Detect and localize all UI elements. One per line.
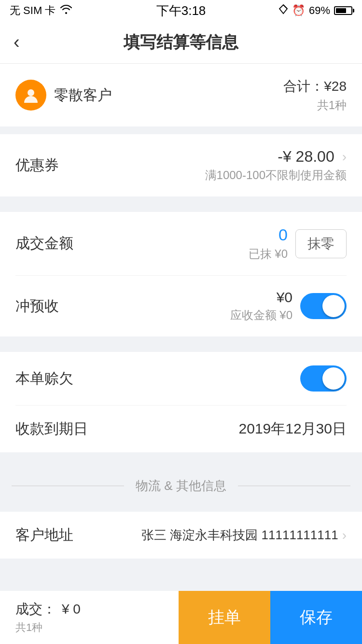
debt-toggle-knob — [322, 367, 345, 390]
bottom-deal-amount: ¥ 0 — [62, 602, 81, 617]
page-title: 填写结算等信息 — [124, 31, 238, 54]
section-divider-4 — [0, 504, 362, 512]
chevron-right-icon: › — [342, 149, 347, 165]
section-divider-2 — [0, 344, 362, 352]
bottom-count: 共1种 — [15, 620, 163, 635]
deal-amount-row: 成交金额 0 已抹 ¥0 抹零 — [0, 212, 362, 275]
bottom-deal-label: 成交： — [15, 600, 56, 618]
coupon-label: 优惠券 — [15, 155, 59, 175]
customer-left: 零散客户 — [15, 80, 112, 111]
prepayment-value: ¥0 — [230, 289, 292, 306]
coupon-row[interactable]: 优惠券 -¥ 28.00 › 满1000-100不限制使用金额 — [0, 134, 362, 196]
bottom-bar: 成交： ¥ 0 共1种 挂单 保存 — [0, 591, 362, 644]
deal-amount-rounded: 已抹 ¥0 — [249, 246, 288, 262]
content-area: 零散客户 合计：¥28 共1种 优惠券 -¥ 28.00 › 满1000-100… — [0, 64, 362, 624]
prepayment-right: ¥0 应收金额 ¥0 — [59, 289, 347, 323]
coupon-desc: 满1000-100不限制使用金额 — [205, 168, 347, 183]
address-value: 张三 海淀永丰科技园 11111111111 — [141, 527, 338, 544]
deal-amount-card: 成交金额 0 已抹 ¥0 抹零 冲预收 ¥0 应收金额 ¥0 — [0, 212, 362, 336]
deal-amount-value: 0 — [278, 225, 288, 244]
status-right: ⏰ 69% — [278, 4, 352, 17]
due-date-value: 2019年12月30日 — [239, 419, 347, 439]
customer-card: 零散客户 合计：¥28 共1种 — [0, 64, 362, 126]
debt-card: 本单赊欠 收款到期日 2019年12月30日 — [0, 352, 362, 452]
prepayment-toggle[interactable] — [300, 293, 347, 319]
customer-row: 零散客户 合计：¥28 共1种 — [0, 64, 362, 126]
prepayment-col: ¥0 应收金额 ¥0 — [230, 289, 292, 323]
status-bar: 无 SIM 卡 下午3:18 ⏰ 69% — [0, 0, 362, 21]
coupon-right: -¥ 28.00 › 满1000-100不限制使用金额 — [205, 148, 347, 183]
address-card[interactable]: 客户地址 张三 海淀永丰科技园 11111111111 › — [0, 512, 362, 559]
prepayment-row: 冲预收 ¥0 应收金额 ¥0 — [0, 276, 362, 336]
address-label: 客户地址 — [15, 525, 73, 545]
section-divider-3 — [0, 460, 362, 468]
pending-button[interactable]: 挂单 — [179, 591, 270, 644]
status-left: 无 SIM 卡 — [10, 3, 73, 18]
prepayment-label: 冲预收 — [15, 296, 59, 316]
back-button[interactable]: ‹ — [14, 32, 20, 53]
coupon-card[interactable]: 优惠券 -¥ 28.00 › 满1000-100不限制使用金额 — [0, 134, 362, 196]
alarm-icon: ⏰ — [292, 4, 305, 17]
address-chevron-icon: › — [342, 528, 347, 543]
carrier-text: 无 SIM 卡 — [10, 3, 56, 18]
battery-icon — [334, 6, 352, 15]
status-time: 下午3:18 — [156, 2, 206, 19]
address-row[interactable]: 客户地址 张三 海淀永丰科技园 11111111111 › — [0, 512, 362, 559]
toggle-knob — [322, 295, 345, 317]
wifi-icon — [59, 4, 73, 17]
prepayment-sub: 应收金额 ¥0 — [230, 308, 292, 323]
debt-toggle[interactable] — [300, 365, 347, 392]
debt-right — [73, 365, 347, 392]
logistics-label: 物流 & 其他信息 — [136, 477, 226, 494]
save-button[interactable]: 保存 — [270, 591, 362, 644]
bottom-deal: 成交： ¥ 0 — [15, 600, 163, 618]
customer-summary: 合计：¥28 共1种 — [283, 77, 347, 113]
deal-amount-label: 成交金额 — [15, 234, 73, 253]
deal-amount-col: 0 已抹 ¥0 — [249, 225, 288, 262]
customer-name: 零散客户 — [54, 85, 112, 105]
battery-percent: 69% — [309, 4, 330, 17]
logistics-header: 物流 & 其他信息 — [0, 468, 362, 504]
total-amount: 合计：¥28 — [283, 77, 347, 96]
due-date-label: 收款到期日 — [15, 419, 88, 439]
avatar — [15, 80, 46, 111]
location-icon — [278, 4, 288, 17]
svg-point-0 — [28, 89, 34, 96]
due-date-row: 收款到期日 2019年12月30日 — [0, 406, 362, 452]
debt-row: 本单赊欠 — [0, 352, 362, 405]
debt-label: 本单赊欠 — [15, 369, 73, 389]
total-count: 共1种 — [283, 98, 347, 113]
section-divider-1 — [0, 204, 362, 212]
nav-bar: ‹ 填写结算等信息 — [0, 21, 362, 64]
coupon-discount: -¥ 28.00 — [278, 148, 334, 166]
round-zero-button[interactable]: 抹零 — [295, 229, 347, 258]
deal-amount-right: 0 已抹 ¥0 抹零 — [73, 225, 347, 262]
bottom-info: 成交： ¥ 0 共1种 — [0, 600, 179, 635]
